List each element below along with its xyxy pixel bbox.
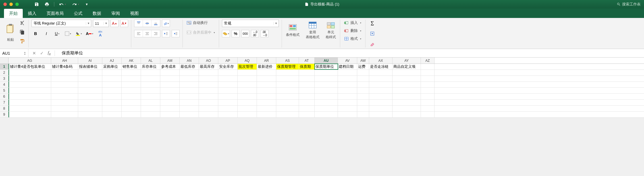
column-header-AR[interactable]: AR — [257, 58, 276, 64]
cell-AS4[interactable] — [276, 82, 299, 87]
minimize-window-button[interactable] — [9, 3, 13, 6]
column-header-AT[interactable]: AT — [299, 58, 315, 64]
cell-AQ9[interactable] — [238, 112, 257, 117]
cell-AI9[interactable] — [78, 112, 102, 117]
cell-AP4[interactable] — [218, 82, 238, 87]
cell-AQ8[interactable] — [238, 106, 257, 111]
cell-AX6[interactable] — [369, 94, 392, 99]
cell-AO1[interactable]: 最高库存 — [199, 64, 218, 69]
cell-AT4[interactable] — [299, 82, 315, 87]
tab-formulas[interactable]: 公式 — [69, 9, 88, 18]
row-header-6[interactable]: 6 — [0, 94, 9, 99]
cell-AZ3[interactable] — [421, 76, 435, 81]
column-header-AS[interactable]: AS — [276, 58, 299, 64]
align-top-icon[interactable] — [134, 20, 143, 27]
column-header-AK[interactable]: AK — [122, 58, 141, 64]
cell-AQ3[interactable] — [238, 76, 257, 81]
maximize-window-button[interactable] — [15, 3, 19, 6]
format-painter-icon[interactable] — [19, 38, 26, 45]
row-header-8[interactable]: 8 — [0, 106, 9, 111]
formula-input[interactable] — [59, 49, 644, 57]
cell-AT6[interactable] — [299, 94, 315, 99]
cell-AM2[interactable] — [160, 70, 180, 75]
cell-AM3[interactable] — [160, 76, 180, 81]
cell-AP9[interactable] — [218, 112, 238, 117]
underline-button[interactable]: U▾ — [53, 30, 61, 37]
cell-AQ2[interactable] — [238, 70, 257, 75]
cell-AU7[interactable] — [315, 100, 338, 105]
cell-AU1[interactable]: 保质期单位 — [315, 64, 338, 69]
row-header-9[interactable]: 9 — [0, 112, 9, 117]
search-sheet[interactable]: 搜索工作表 — [617, 2, 641, 7]
cell-AL6[interactable] — [141, 94, 160, 99]
cell-AL8[interactable] — [141, 106, 160, 111]
cell-AH2[interactable] — [51, 70, 78, 75]
cell-AP2[interactable] — [218, 70, 238, 75]
spreadsheet-grid[interactable]: AGAHAIAJAKALAMANAOAPAQARASATAUAVAWAXAYAZ… — [0, 58, 644, 118]
cell-AJ8[interactable] — [102, 106, 122, 111]
cell-AG2[interactable] — [9, 70, 51, 75]
cell-AZ2[interactable] — [421, 70, 435, 75]
column-header-AL[interactable]: AL — [141, 58, 160, 64]
align-middle-icon[interactable] — [143, 20, 151, 27]
phonetic-button[interactable]: abcA — [96, 30, 104, 37]
copy-icon[interactable] — [19, 29, 26, 36]
row-header-1[interactable]: 1 — [0, 64, 9, 69]
cell-AG5[interactable] — [9, 88, 51, 93]
wrap-text-button[interactable]: 自动换行 — [186, 20, 209, 26]
cell-AI8[interactable] — [78, 106, 102, 111]
redo-icon[interactable]: ▼ — [71, 1, 80, 7]
column-header-AV[interactable]: AV — [338, 58, 357, 64]
cell-AM7[interactable] — [160, 100, 180, 105]
cell-AQ5[interactable] — [238, 88, 257, 93]
cell-AY4[interactable] — [392, 82, 421, 87]
cell-AS9[interactable] — [276, 112, 299, 117]
cell-AK6[interactable] — [122, 94, 141, 99]
tab-view[interactable]: 视图 — [125, 9, 144, 18]
column-header-AO[interactable]: AO — [199, 58, 218, 64]
cell-AX5[interactable] — [369, 88, 392, 93]
cell-AS7[interactable] — [276, 100, 299, 105]
cell-AV6[interactable] — [338, 94, 357, 99]
cell-AM8[interactable] — [160, 106, 180, 111]
cell-AH8[interactable] — [51, 106, 78, 111]
cell-AI7[interactable] — [78, 100, 102, 105]
align-center-icon[interactable] — [143, 30, 151, 37]
format-cells-button[interactable]: 格式▾ — [343, 36, 362, 42]
row-header-3[interactable]: 3 — [0, 76, 9, 81]
autosum-icon[interactable]: Σ — [368, 20, 376, 27]
name-box[interactable]: AU1 ▲▼ — [0, 49, 28, 57]
insert-cells-button[interactable]: + 插入▾ — [343, 20, 362, 26]
cell-AH7[interactable] — [51, 100, 78, 105]
cut-icon[interactable] — [19, 20, 26, 26]
cell-styles-button[interactable]: 单元 格样式 — [325, 20, 337, 40]
cell-AZ8[interactable] — [421, 106, 435, 111]
cell-AU6[interactable] — [315, 94, 338, 99]
cell-AN6[interactable] — [180, 94, 199, 99]
increase-decimal-icon[interactable]: ←.0.00 — [251, 30, 259, 37]
column-header-AH[interactable]: AH — [51, 58, 78, 64]
cell-AK5[interactable] — [122, 88, 141, 93]
row-header-7[interactable]: 7 — [0, 100, 9, 105]
cell-AY7[interactable] — [392, 100, 421, 105]
fx-icon[interactable]: fx — [48, 50, 55, 56]
tab-insert[interactable]: 插入 — [23, 9, 41, 18]
cell-AU2[interactable] — [315, 70, 338, 75]
cell-AG9[interactable] — [9, 112, 51, 117]
cell-AY8[interactable] — [392, 106, 421, 111]
cell-AX7[interactable] — [369, 100, 392, 105]
cell-AV7[interactable] — [338, 100, 357, 105]
increase-indent-icon[interactable] — [172, 30, 180, 37]
cell-AJ4[interactable] — [102, 82, 122, 87]
percent-icon[interactable]: % — [232, 30, 240, 37]
cell-AX1[interactable]: 是否走冻链 — [369, 64, 392, 69]
font-name-combo[interactable]: 等线 Regular (正文)▼ — [32, 20, 91, 27]
cell-AK7[interactable] — [122, 100, 141, 105]
column-header-AX[interactable]: AX — [369, 58, 392, 64]
cell-AK2[interactable] — [122, 70, 141, 75]
cell-AI2[interactable] — [78, 70, 102, 75]
delete-cells-button[interactable]: × 删除▾ — [343, 28, 362, 34]
column-header-AP[interactable]: AP — [218, 58, 238, 64]
cell-AY2[interactable] — [392, 70, 421, 75]
fill-color-button[interactable]: ▾ — [75, 30, 83, 37]
